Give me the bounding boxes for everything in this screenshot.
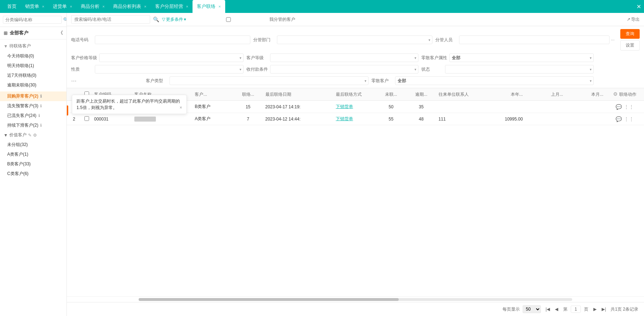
filter-search-icon[interactable]: 🔍 xyxy=(153,16,159,22)
col-header-unreached[interactable]: 未联... xyxy=(376,88,406,101)
edit-icon[interactable]: ✎ xyxy=(28,133,32,138)
sidebar-b-class[interactable]: B类客户(33) xyxy=(0,159,66,169)
search-input[interactable] xyxy=(71,15,150,24)
filter-price-level-select[interactable] xyxy=(99,53,244,62)
filter-customer-level-select[interactable] xyxy=(270,53,419,62)
nav-customer-segmentation[interactable]: 客户分层经营 × xyxy=(151,0,193,13)
sidebar-7day-contact[interactable]: 近7天待联络(0) xyxy=(0,71,66,80)
nav-customer-contact-close[interactable]: × xyxy=(218,0,221,13)
sidebar-all-customers[interactable]: ⊞ 全部客户 《 xyxy=(0,27,66,39)
row1-more-icon[interactable]: ⋮⋮ xyxy=(624,104,634,110)
nav-product-analysis[interactable]: 商品分析 × xyxy=(77,0,109,13)
first-page-btn[interactable]: |◀ xyxy=(544,306,552,312)
filter-customer-level-label: 客户等级 xyxy=(246,55,268,61)
scrollbar-thumb[interactable] xyxy=(139,298,399,301)
col-header-last-month[interactable]: 上月... xyxy=(525,88,565,101)
filter-scatter-attr-select-wrapper: 全部 xyxy=(449,53,594,62)
more-conditions-btn[interactable]: ▽ 更多条件 ▾ xyxy=(162,16,186,23)
sidebar-overdue-contact[interactable]: 逾期未联络(30) xyxy=(0,80,66,90)
row2-index: 2 xyxy=(67,113,81,125)
col-header-overdue[interactable]: 逾期... xyxy=(406,88,436,101)
row2-more-icon[interactable]: ⋮⋮ xyxy=(624,116,634,122)
filter-scatter-customer-select[interactable]: 全部 xyxy=(395,76,594,85)
more-filters-btn[interactable]: ··· xyxy=(71,77,77,85)
per-page-select[interactable]: 50 100 200 xyxy=(523,305,541,313)
nav-sales-order[interactable]: 销货单 × xyxy=(21,0,48,13)
col-header-action[interactable]: ⚙ 联络动作 xyxy=(606,88,644,101)
nav-purchase-order[interactable]: 进货单 × xyxy=(48,0,76,13)
row1-method-link[interactable]: 下销货单 xyxy=(336,104,353,109)
col-header-last-method[interactable]: 最后联络方式 xyxy=(334,88,376,101)
filter-scatter-attr: 零散客户属性 全部 xyxy=(421,53,594,62)
prev-page-btn[interactable]: ◀ xyxy=(553,306,560,312)
row2-select-checkbox[interactable] xyxy=(84,116,89,121)
nav-home[interactable]: 首页 xyxy=(3,0,21,13)
sidebar-c-class[interactable]: C类客户(6) xyxy=(0,169,66,179)
nav-sales-order-close[interactable]: × xyxy=(42,0,44,13)
sidebar-declining[interactable]: 持续下滑客户(2) ℹ xyxy=(0,121,66,130)
row1-contact-count: 15 xyxy=(233,101,263,113)
last-page-btn[interactable]: ▶| xyxy=(600,306,608,312)
col-header-contact[interactable]: 联络... xyxy=(233,88,263,101)
col-header-company-contact[interactable]: 往来单位联系人 xyxy=(436,88,485,101)
more-dots-icon[interactable]: ··· xyxy=(611,37,615,42)
filter-scatter-attr-label: 零散客户属性 xyxy=(421,55,447,61)
filter-nature-select[interactable] xyxy=(95,65,244,74)
filter-nature: 性质 xyxy=(71,65,244,74)
filter-person-input[interactable] xyxy=(459,36,610,44)
row2-name-blurred xyxy=(134,117,156,122)
current-page-input[interactable]: 1 xyxy=(571,306,581,313)
filter-customer-type-select[interactable] xyxy=(170,76,369,85)
pending-contact-title[interactable]: ▼ 待联络客户 xyxy=(0,41,66,51)
nav-product-analysis-list[interactable]: 商品分析列表 × xyxy=(109,0,150,13)
filter-scatter-attr-select[interactable]: 全部 xyxy=(449,53,594,62)
filter-status-select[interactable] xyxy=(445,65,594,74)
filter-dept: 分管部门 xyxy=(253,36,432,44)
row2-level: A类客户 xyxy=(193,113,233,125)
row1-last-method: 下销货单 xyxy=(334,101,376,113)
export-btn[interactable]: ↗ 导出 xyxy=(627,16,640,23)
horizontal-scrollbar[interactable] xyxy=(67,296,644,302)
sidebar-search-icon[interactable]: 🔍 xyxy=(63,17,67,22)
filter-phone-input[interactable] xyxy=(95,36,250,44)
nav-product-analysis-close[interactable]: × xyxy=(102,0,105,13)
col-header-last-contact[interactable]: 最后联络日期 xyxy=(263,88,334,101)
sidebar-churned[interactable]: 已流失客户(24) ℹ xyxy=(0,111,66,121)
nav-customer-segmentation-close[interactable]: × xyxy=(186,0,188,13)
row2-overdue: 48 xyxy=(406,113,436,125)
sidebar-churn-warning[interactable]: 流失预警客户(3) ℹ xyxy=(0,101,66,111)
my-customers-checkbox[interactable] xyxy=(189,17,268,22)
sidebar-tomorrow-contact[interactable]: 明天待联络(1) xyxy=(0,61,66,71)
nav-customer-contact[interactable]: 客户联络 × xyxy=(193,0,225,13)
settings-button[interactable]: 设置 xyxy=(620,40,640,51)
filter-payment-label: 收付款条件 xyxy=(246,66,268,72)
col-header-level[interactable]: 客户... xyxy=(193,88,233,101)
next-page-btn[interactable]: ▶ xyxy=(592,306,598,312)
my-customers-checkbox-label[interactable]: 我分管的客户 xyxy=(189,16,295,23)
sidebar-repurchase-abnormal[interactable]: 回购异常客户(2) ℹ xyxy=(0,91,66,101)
row2-method-link[interactable]: 下销货单 xyxy=(336,116,353,121)
sidebar-ungrouped[interactable]: 未分组(32) xyxy=(0,140,66,150)
row2-contact-icon[interactable]: 💬 xyxy=(616,116,622,122)
tooltip-close-icon[interactable]: × xyxy=(180,104,182,111)
row1-contact-icon[interactable]: 💬 xyxy=(616,104,622,110)
sidebar-a-class[interactable]: A类客户(1) xyxy=(0,150,66,159)
sidebar-today-contact[interactable]: 今天待联络(0) xyxy=(0,51,66,61)
col-header-this-year[interactable]: 本年... xyxy=(485,88,525,101)
filter-payment-select[interactable] xyxy=(270,65,419,74)
table-settings-icon[interactable]: ⚙ xyxy=(613,91,618,97)
sidebar-search-input[interactable] xyxy=(3,16,62,24)
filter-dept-select[interactable] xyxy=(277,36,432,44)
filter-payment: 收付款条件 xyxy=(246,65,419,74)
nav-purchase-order-close[interactable]: × xyxy=(70,0,72,13)
export-icon: ↗ xyxy=(627,17,630,22)
query-button[interactable]: 查询 xyxy=(620,29,640,39)
filter-row-2: 客户价格等级 客户等级 零散客户属性 全部 xyxy=(71,53,640,62)
settings-icon-small[interactable]: ⚙ xyxy=(33,133,37,138)
filter-customer-level-select-wrapper xyxy=(270,53,419,62)
col-header-this-month[interactable]: 本月... xyxy=(565,88,606,101)
nav-product-analysis-list-close[interactable]: × xyxy=(144,0,146,13)
close-all-tabs[interactable]: ✕ xyxy=(636,3,641,10)
row1-actions: 💬 ⋮⋮ xyxy=(606,101,644,113)
value-customers-group[interactable]: ▼ 价值客户 ✎ ⚙ xyxy=(0,130,66,140)
